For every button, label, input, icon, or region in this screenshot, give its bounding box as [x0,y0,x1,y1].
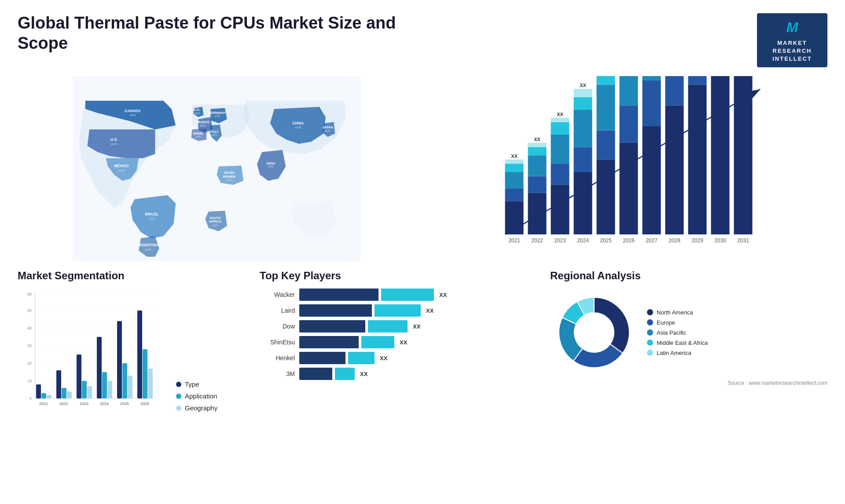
svg-rect-42 [528,143,547,147]
svg-text:CANADA: CANADA [125,109,140,113]
svg-rect-39 [528,176,547,193]
svg-text:ARABIA: ARABIA [223,175,236,179]
svg-rect-68 [665,106,684,234]
svg-text:xx%: xx% [226,179,232,182]
svg-rect-142 [107,381,112,398]
svg-text:MEXICO: MEXICO [114,164,129,168]
regional-section: Regional Analysis North AmericaEuropeAsi… [550,270,827,386]
svg-rect-36 [505,164,524,172]
svg-text:20: 20 [27,361,32,365]
player-name: Henkel [260,354,295,362]
svg-text:xx%: xx% [295,126,301,130]
logo-line2: RESEARCH [763,47,821,55]
svg-text:40: 40 [27,326,32,330]
svg-text:xx%: xx% [118,168,125,172]
svg-rect-51 [574,97,592,110]
legend-type: Type [176,380,217,388]
svg-rect-74 [688,76,707,84]
legend-geography-label: Geography [185,404,217,412]
player-row: DowXX [260,320,537,332]
bar-chart-section: XX2021XX2022XX2023XX2024XX2025XX2026XX20… [429,76,827,261]
player-row: HenkelXX [260,352,537,364]
legend-type-label: Type [185,380,199,388]
donut-container: North AmericaEuropeAsia PacificMiddle Ea… [550,289,827,376]
player-value-label: XX [426,307,434,314]
player-bar-light [348,352,375,364]
key-players-section: Top Key Players WackerXXLairdXXDowXXShin… [260,270,537,380]
svg-rect-128 [36,384,41,398]
svg-rect-78 [711,76,730,234]
svg-rect-47 [551,118,569,122]
svg-text:10: 10 [27,379,32,383]
svg-rect-52 [574,89,592,97]
svg-text:xx%: xx% [111,142,117,146]
svg-rect-44 [551,164,569,185]
logo-line1: MARKET [763,39,821,47]
regional-legend-label: North America [657,309,693,316]
player-bar-light [375,304,421,317]
regional-legend-item: North America [647,309,708,316]
svg-text:2025: 2025 [600,237,612,244]
svg-text:2027: 2027 [646,237,658,244]
svg-rect-35 [505,172,524,189]
player-row: ShinEtsuXX [260,336,537,348]
svg-text:xx%: xx% [145,248,151,252]
player-bar-dark [299,368,332,380]
svg-rect-53 [597,160,615,234]
svg-rect-54 [597,131,615,160]
svg-rect-148 [137,310,142,398]
svg-text:2026: 2026 [623,237,635,244]
player-name: 3M [260,370,295,377]
regional-legend-label: Latin America [657,350,691,356]
svg-rect-41 [528,147,547,156]
regional-legend-item: Asia Pacific [647,329,708,336]
player-name: Laird [260,307,295,314]
player-value-label: XX [400,339,407,346]
svg-rect-137 [82,381,87,398]
svg-text:xx%: xx% [325,129,331,132]
svg-text:xx%: xx% [213,224,218,227]
svg-rect-59 [620,106,638,143]
donut-chart [550,289,638,376]
svg-text:xx%: xx% [268,165,274,168]
svg-rect-55 [597,85,615,131]
svg-text:XX: XX [534,137,540,142]
svg-text:XX: XX [580,83,586,88]
page-title: Global Thermal Paste for CPUs Market Siz… [18,13,414,53]
player-bar-light [335,368,355,380]
regional-legend-label: Middle East & Africa [657,340,708,346]
regional-legend-color [647,309,653,315]
world-map-svg: CANADA xx% U.S. xx% MEXICO xx% BRAZIL xx… [18,76,416,261]
svg-text:xx%: xx% [212,134,217,137]
svg-rect-141 [102,372,107,398]
svg-text:xx%: xx% [129,113,136,117]
svg-text:2021: 2021 [39,402,48,406]
player-bar-light [381,289,434,301]
legend-application: Application [176,392,217,400]
svg-rect-38 [528,193,547,235]
svg-text:XX: XX [557,112,563,117]
svg-text:U.S.: U.S. [110,138,118,142]
regional-legend-label: Europe [657,319,675,326]
svg-text:2030: 2030 [714,237,726,244]
regional-legend-color [647,350,653,356]
svg-rect-40 [528,156,547,176]
player-name: Dow [260,323,295,330]
player-row: LairdXX [260,304,537,317]
segmentation-title: Market Segmentation [18,270,246,282]
segmentation-legend: Type Application Geography [176,380,217,412]
legend-geography-dot [176,405,181,411]
logo-box: M MARKET RESEARCH INTELLECT [757,13,827,67]
player-bar-container: XX [299,320,420,332]
svg-text:2024: 2024 [577,237,589,244]
regional-legend-item: Europe [647,319,708,326]
svg-rect-150 [148,369,153,398]
legend-geography: Geography [176,404,217,412]
player-bar-dark [299,320,365,332]
player-value-label: XX [360,371,367,377]
svg-text:xx%: xx% [149,217,155,221]
player-bar-light [361,336,394,348]
svg-rect-69 [665,76,684,106]
market-size-bar-chart: XX2021XX2022XX2023XX2024XX2025XX2026XX20… [429,76,827,261]
svg-rect-130 [47,395,51,398]
